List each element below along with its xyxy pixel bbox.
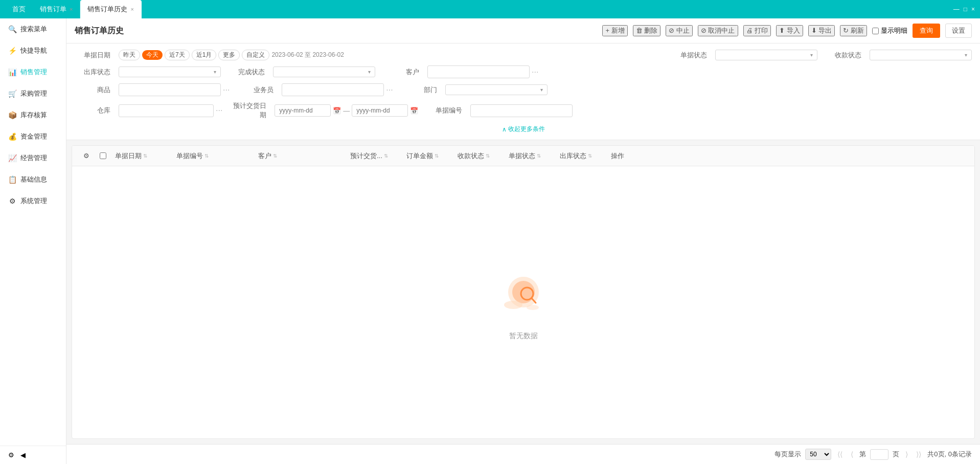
first-page-btn[interactable]: ⟨⟨ — [835, 449, 845, 459]
doc-date-control: 昨天 今天 近7天 近1月 更多 自定义 2023-06-02 至 2023-0… — [119, 50, 663, 60]
finance-icon: 💰 — [8, 132, 16, 141]
sidebar-item-operations[interactable]: 📈 经营管理 — [0, 147, 66, 169]
settings-button[interactable]: 设置 — [945, 24, 972, 38]
maximize-btn[interactable]: □ — [964, 6, 967, 13]
receipt-status-select[interactable]: ▾ — [870, 50, 972, 60]
th-delivery[interactable]: 预计交货... ⇅ — [346, 151, 402, 161]
delivery-date-from-cal-icon[interactable]: 📅 — [333, 107, 341, 115]
display-detail-toggle[interactable]: 显示明细 — [872, 26, 907, 35]
th-doc-no[interactable]: 单据编号 ⇅ — [172, 151, 254, 161]
date-tag-yesterday[interactable]: 昨天 — [119, 50, 140, 60]
salesman-ellipsis[interactable]: ··· — [386, 85, 393, 95]
product-ellipsis[interactable]: ··· — [223, 85, 230, 95]
date-tag-more[interactable]: 更多 — [218, 50, 240, 60]
per-page-select[interactable]: 50 20 100 — [805, 449, 831, 460]
complete-status-chevron: ▾ — [368, 69, 371, 75]
sidebar: 🔍 搜索菜单 ⚡ 快捷导航 📊 销售管理 🛒 采购管理 📦 库存核算 💰 资金管… — [0, 18, 66, 464]
prev-page-btn[interactable]: ⟨ — [849, 449, 855, 459]
operations-icon: 📈 — [8, 154, 16, 162]
th-receipt-status[interactable]: 收款状态 ⇅ — [453, 151, 505, 161]
date-tag-today[interactable]: 今天 — [142, 50, 163, 60]
outstock-status-select[interactable]: ▾ — [119, 67, 221, 77]
customer-ellipsis[interactable]: ··· — [532, 68, 538, 77]
svg-point-4 — [504, 301, 522, 309]
empty-illustration — [493, 264, 554, 325]
th-outstock-status-label: 出库状态 — [560, 151, 586, 161]
system-icon: ⚙ — [8, 197, 16, 205]
minimize-btn[interactable]: — — [953, 6, 960, 13]
display-detail-checkbox[interactable] — [872, 28, 879, 34]
th-checkbox[interactable] — [96, 152, 111, 159]
tab-close-sales-order-history[interactable]: × — [130, 6, 133, 12]
doc-no-input[interactable] — [470, 104, 573, 117]
complete-status-select[interactable]: ▾ — [273, 67, 375, 77]
refresh-button[interactable]: ↻ 刷新 — [840, 25, 867, 36]
window-close-btn[interactable]: × — [971, 6, 975, 13]
per-page-label: 每页显示 — [774, 450, 801, 459]
search-menu-icon: 🔍 — [8, 25, 16, 33]
export-button[interactable]: ⬇ 导出 — [808, 25, 835, 36]
warehouse-label: 仓库 — [75, 106, 110, 115]
th-outstock-status[interactable]: 出库状态 ⇅ — [556, 151, 607, 161]
sidebar-collapse-icon[interactable]: ◀ — [20, 451, 26, 459]
th-delivery-sort-icon: ⇅ — [384, 153, 388, 159]
th-outstock-sort-icon: ⇅ — [588, 153, 592, 159]
product-input[interactable] — [119, 83, 221, 96]
delivery-date-from[interactable] — [275, 104, 331, 117]
sidebar-item-quicknav[interactable]: ⚡ 快捷导航 — [0, 40, 66, 61]
date-tag-1month[interactable]: 近1月 — [192, 50, 217, 60]
delivery-date-to-cal-icon[interactable]: 📅 — [410, 107, 418, 115]
customer-input[interactable] — [427, 65, 530, 78]
tab-home[interactable]: 首页 — [5, 5, 33, 14]
th-customer[interactable]: 客户 ⇅ — [254, 151, 346, 161]
last-page-btn[interactable]: ⟩⟩ — [914, 449, 923, 459]
th-doc-date-label: 单据日期 — [115, 151, 142, 161]
current-page-input[interactable]: 1 — [870, 449, 888, 460]
delivery-date-to[interactable] — [352, 104, 408, 117]
sidebar-item-system[interactable]: ⚙ 系统管理 — [0, 190, 66, 212]
th-doc-date-sort-icon: ⇅ — [143, 153, 147, 159]
delete-button[interactable]: 🗑 删除 — [633, 25, 661, 36]
th-amount[interactable]: 订单金额 ⇅ — [402, 151, 453, 161]
sidebar-item-inventory[interactable]: 📦 库存核算 — [0, 104, 66, 126]
department-select[interactable]: ▾ — [445, 84, 548, 95]
warehouse-ellipsis[interactable]: ··· — [216, 106, 222, 115]
salesman-input[interactable] — [282, 83, 384, 96]
tab-close-sales-order[interactable]: × — [70, 6, 73, 12]
sidebar-item-basicinfo[interactable]: 📋 基础信息 — [0, 169, 66, 190]
sidebar-item-search[interactable]: 🔍 搜索菜单 — [0, 18, 66, 40]
salesman-label: 业务员 — [238, 85, 274, 95]
stop-button[interactable]: ⊘ 中止 — [666, 25, 693, 36]
new-button[interactable]: + 新增 — [602, 25, 627, 36]
query-button[interactable]: 查询 — [913, 24, 940, 38]
sidebar-item-finance[interactable]: 💰 资金管理 — [0, 126, 66, 147]
warehouse-control: ··· — [119, 104, 222, 117]
customer-control: ··· — [427, 65, 538, 78]
date-tag-custom[interactable]: 自定义 — [242, 50, 269, 60]
sidebar-bottom: ⚙ ◀ — [0, 446, 66, 464]
date-tag-7days[interactable]: 近7天 — [165, 50, 190, 60]
warehouse-input[interactable] — [119, 104, 214, 117]
collapse-button[interactable]: ∧ 收起更多条件 — [502, 125, 545, 134]
sidebar-settings-icon[interactable]: ⚙ — [8, 451, 14, 459]
th-doc-date[interactable]: 单据日期 ⇅ — [111, 151, 172, 161]
table-area: ⚙ 单据日期 ⇅ 单据编号 ⇅ 客户 ⇅ 预计交货... — [72, 145, 975, 439]
th-doc-status[interactable]: 单据状态 ⇅ — [505, 151, 556, 161]
outstock-status-label: 出库状态 — [75, 68, 110, 77]
select-all-checkbox[interactable] — [100, 152, 106, 159]
filter-row-4: 仓库 ··· 预计交货日期 📅 — 📅 单据编号 — [75, 101, 972, 120]
import-button[interactable]: ⬆ 导入 — [776, 25, 803, 36]
print-button[interactable]: 🖨 打印 — [743, 25, 771, 36]
quicknav-icon: ⚡ — [8, 47, 16, 55]
sidebar-item-sales[interactable]: 📊 销售管理 — [0, 61, 66, 83]
next-page-btn[interactable]: ⟩ — [903, 449, 910, 459]
th-settings[interactable]: ⚙ — [77, 152, 96, 160]
cancel-stop-button[interactable]: ⊘ 取消中止 — [698, 25, 738, 36]
sidebar-item-purchase[interactable]: 🛒 采购管理 — [0, 83, 66, 104]
receipt-status-label: 收款状态 — [826, 51, 861, 60]
tab-sales-order-history[interactable]: 销售订单历史 × — [80, 0, 141, 18]
sales-icon: 📊 — [8, 68, 16, 76]
tab-sales-order[interactable]: 销售订单 × — [33, 0, 80, 18]
doc-status-select[interactable]: ▾ — [715, 50, 817, 60]
th-amount-label: 订单金额 — [406, 151, 433, 161]
